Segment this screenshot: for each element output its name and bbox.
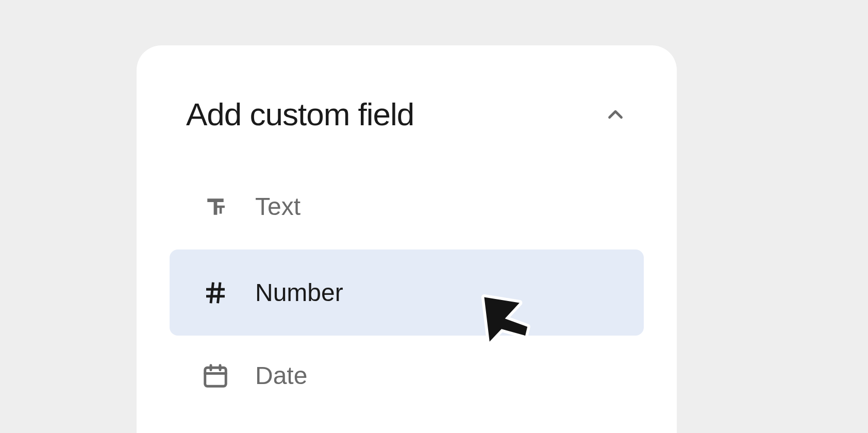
chevron-up-icon[interactable] — [604, 103, 627, 126]
add-custom-field-panel: Add custom field Text — [137, 45, 677, 433]
panel-title: Add custom field — [186, 96, 414, 132]
svg-rect-4 — [205, 368, 226, 386]
field-option-label: Text — [255, 192, 301, 221]
svg-line-2 — [211, 282, 213, 303]
svg-line-3 — [218, 282, 221, 303]
field-option-date[interactable]: Date — [170, 336, 644, 405]
field-type-options: Text Number Date — [137, 163, 677, 405]
text-icon — [202, 193, 229, 221]
field-option-label: Date — [255, 361, 307, 390]
date-icon — [202, 362, 229, 390]
panel-header: Add custom field — [137, 45, 677, 163]
field-option-number[interactable]: Number — [170, 249, 644, 336]
field-option-label: Number — [255, 278, 343, 307]
number-icon — [202, 279, 229, 307]
field-option-text[interactable]: Text — [170, 163, 644, 249]
